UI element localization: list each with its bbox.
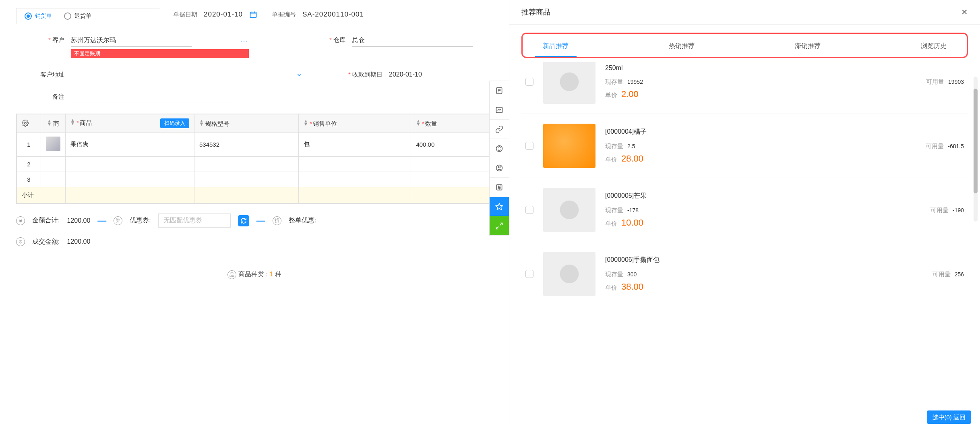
price-label: 单价 — [605, 91, 617, 98]
chevron-down-icon[interactable] — [296, 72, 302, 78]
close-icon[interactable]: ✕ — [961, 7, 968, 17]
col-unit[interactable]: ▲▼*销售单位 — [299, 114, 411, 133]
swap-icon[interactable] — [490, 139, 509, 158]
kind-count: 1 — [269, 271, 273, 278]
item-name: [0000006]手撕面包 — [605, 256, 964, 264]
dash-icon: — — [256, 216, 265, 226]
doc-no-label: 单据编号 — [272, 11, 296, 19]
list-item[interactable]: [0000004]橘子 现存量2.5 可用量-681.5 单价28.00 — [521, 114, 968, 178]
svg-point-4 — [25, 122, 27, 124]
table-row[interactable]: 2 — [17, 157, 492, 172]
item-image — [543, 252, 595, 296]
svg-rect-0 — [250, 12, 256, 17]
yen-circle-icon[interactable] — [490, 178, 509, 197]
col-qty[interactable]: ▲▼*数量 — [411, 114, 492, 133]
doc-meta: 单据日期 2020-01-10 单据编号 SA-20200110-001 — [173, 10, 493, 19]
customer-tag: 不固定账期 — [71, 49, 249, 58]
refresh-button[interactable] — [238, 215, 249, 226]
scan-badge[interactable]: 扫码录入 — [160, 118, 189, 128]
col-thumb[interactable]: ▲▼商 — [41, 114, 66, 133]
expand-icon[interactable] — [490, 216, 509, 236]
yen-icon: ¥ — [16, 216, 25, 225]
sales-order-radio[interactable]: 销货单 — [25, 12, 52, 20]
tab-hot[interactable]: 热销推荐 — [661, 36, 703, 57]
coupon-icon: 券 — [114, 216, 122, 225]
radio-icon — [25, 12, 32, 20]
doc-no-value: SA-20200110-001 — [302, 10, 364, 19]
tab-slow[interactable]: 滞销推荐 — [787, 36, 829, 57]
warehouse-label: 仓库 — [297, 35, 345, 44]
svg-line-15 — [500, 223, 502, 225]
svg-marker-14 — [496, 203, 503, 209]
doc-date-value[interactable]: 2020-01-10 — [204, 10, 243, 19]
row-product[interactable]: 果倍爽 — [66, 133, 194, 157]
item-image — [543, 188, 595, 232]
item-checkbox[interactable] — [525, 270, 533, 278]
tab-history[interactable]: 浏览历史 — [913, 36, 955, 57]
deal-label: 成交金额: — [32, 238, 60, 246]
row-thumb — [41, 133, 66, 157]
svg-line-16 — [496, 226, 499, 229]
tab-new[interactable]: 新品推荐 — [535, 36, 577, 57]
svg-point-12 — [498, 166, 500, 168]
ellipsis-icon[interactable]: ⋯ — [240, 36, 249, 46]
kind-suffix: 种 — [275, 271, 281, 278]
item-checkbox[interactable] — [525, 142, 533, 150]
deal-value: 1200.00 — [67, 238, 90, 245]
list-item[interactable]: [0000005]芒果 现存量-178 可用量-190 单价10.00 — [521, 178, 968, 242]
subtotal-label: 小计 — [17, 187, 66, 203]
list-item[interactable]: [0000006]手撕面包 现存量300 可用量256 单价38.00 — [521, 242, 968, 306]
panel-header: 推荐商品 ✕ — [509, 0, 980, 25]
customer-addr-input[interactable] — [71, 69, 192, 80]
customer-input[interactable]: 苏州万达沃尔玛 — [71, 35, 192, 47]
svg-point-17 — [560, 73, 579, 91]
side-toolbar — [489, 81, 509, 236]
chart-icon[interactable] — [490, 100, 509, 120]
totals-row: ¥ 金额合计: 1200.00 — 券 优惠券: 无匹配优惠券 — 折 整单优惠… — [16, 214, 493, 228]
items-table: ▲▼商 ▲▼*商品扫码录入 ▲▼规格型号 ▲▼*销售单位 ▲▼*数量 1 果倍爽… — [16, 114, 493, 204]
return-radio-label: 退货单 — [74, 12, 91, 20]
avail-value: 19903 — [948, 79, 964, 85]
list-item[interactable]: 250ml 现存量19952 可用量19903 单价2.00 — [521, 62, 968, 114]
star-icon[interactable] — [490, 197, 509, 216]
scrollbar[interactable] — [974, 77, 978, 222]
kind-icon: 品 — [227, 270, 236, 279]
customer-addr-label: 客户地址 — [16, 69, 64, 79]
amount-value: 1200.00 — [67, 217, 90, 224]
bill-discount-label: 整单优惠: — [289, 216, 316, 225]
footer-info: 品 商品种类 : 1 种 — [16, 270, 493, 279]
link-icon[interactable] — [490, 120, 509, 139]
col-product[interactable]: ▲▼*商品扫码录入 — [66, 114, 194, 133]
item-checkbox[interactable] — [525, 78, 533, 86]
due-date-label: 收款到期日 — [334, 69, 382, 79]
item-name: [0000005]芒果 — [605, 192, 964, 200]
avail-label: 可用量 — [926, 78, 944, 85]
table-row[interactable]: 3 — [17, 172, 492, 187]
recommend-list[interactable]: 250ml 现存量19952 可用量19903 单价2.00 [0000004]… — [509, 62, 980, 427]
item-name: [0000004]橘子 — [605, 128, 964, 136]
coupon-input[interactable]: 无匹配优惠券 — [158, 214, 231, 228]
due-date-input[interactable]: 2020-01-10 — [389, 69, 510, 80]
item-checkbox[interactable] — [525, 206, 533, 214]
user-icon[interactable] — [490, 158, 509, 178]
amount-label: 金额合计: — [32, 216, 60, 225]
discount-icon: 折 — [273, 216, 281, 225]
row-unit[interactable]: 包 — [299, 133, 411, 157]
row-spec[interactable]: 534532 — [194, 133, 299, 157]
note-icon[interactable] — [490, 81, 509, 100]
col-spec[interactable]: ▲▼规格型号 — [194, 114, 299, 133]
panel-title: 推荐商品 — [521, 7, 550, 17]
calendar-icon[interactable] — [249, 10, 257, 19]
gear-header[interactable] — [17, 114, 41, 133]
return-order-radio[interactable]: 退货单 — [64, 12, 91, 20]
coupon-label: 优惠券: — [130, 216, 151, 225]
row-qty[interactable]: 400.00 — [411, 133, 492, 157]
table-row[interactable]: 1 果倍爽 534532 包 400.00 — [17, 133, 492, 157]
remark-input[interactable] — [71, 91, 232, 102]
warehouse-input[interactable]: 总仓 — [352, 35, 473, 47]
svg-point-18 — [560, 201, 579, 220]
deal-icon: ⊘ — [16, 237, 25, 246]
stock-value: 19952 — [627, 79, 643, 85]
radio-icon — [64, 12, 71, 20]
select-return-button[interactable]: 选中(0) 返回 — [927, 410, 972, 424]
